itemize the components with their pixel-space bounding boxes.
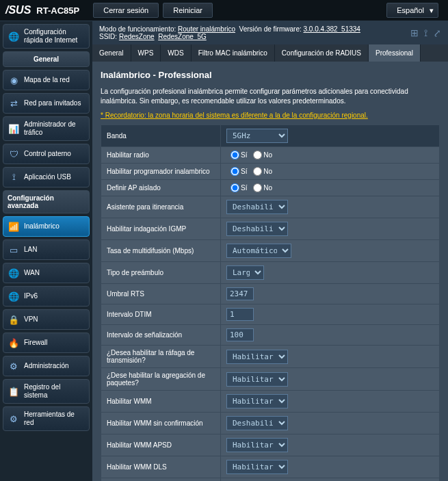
sidebar-icon: 📶	[8, 220, 20, 233]
sidebar-item-label: Red para invitados	[24, 99, 81, 107]
setting-select[interactable]: Habilitar	[226, 438, 288, 452]
sidebar-header-general: General	[3, 51, 90, 67]
setting-select[interactable]: Habilitar	[226, 372, 288, 387]
setting-label: Habilitar radio	[101, 147, 221, 164]
top-bar: /SUS RT-AC85P Cerrar sesión Reiniciar Es…	[0, 0, 448, 21]
sidebar-quick-setup[interactable]: 🌐 Configuración rápida de Internet	[3, 24, 90, 49]
setting-row: Habilitar WMMHabilitar	[101, 391, 440, 413]
tab[interactable]: Configuración de RADIUS	[275, 44, 369, 62]
setting-row: Intervalo de señalización	[101, 325, 440, 346]
setting-select[interactable]: Habilitar	[226, 460, 288, 474]
reboot-button[interactable]: Reiniciar	[163, 3, 213, 18]
mode-link[interactable]: Router inalámbrico	[178, 25, 235, 33]
share-icon[interactable]: ⤤	[433, 27, 441, 39]
setting-label: ¿Dese habilitar la agregación de paquete…	[101, 368, 221, 391]
sidebar-item[interactable]: 📶Inalámbrico	[3, 216, 90, 237]
setting-label: Asistente para itinerancia	[101, 196, 221, 218]
sidebar-item-label: Aplicación USB	[24, 173, 71, 181]
setting-label: Intervalo de señalización	[101, 325, 221, 346]
info-bar: Modo de funcionamiento: Router inalámbri…	[92, 21, 448, 44]
sidebar-item[interactable]: ⚙Herramientas de red	[3, 406, 90, 431]
sidebar-item-label: Administración	[24, 362, 69, 370]
setting-row: Habilitar indagación IGMPDeshabilitar	[101, 218, 440, 240]
logout-button[interactable]: Cerrar sesión	[93, 3, 159, 18]
sidebar-item-label: Registro del sistema	[24, 383, 85, 400]
setting-select[interactable]: Largo	[226, 265, 264, 280]
ssid2-link[interactable]: RedesZone_5G	[158, 33, 207, 40]
sidebar-item[interactable]: ◉Mapa de la red	[3, 70, 90, 90]
sidebar-item[interactable]: ▭LAN	[3, 239, 90, 260]
radio-no[interactable]	[253, 151, 262, 159]
tab[interactable]: Professional	[369, 44, 421, 62]
sidebar-item-label: Control paterno	[24, 150, 71, 158]
sidebar-icon: ⚙	[8, 413, 20, 425]
radio-yes[interactable]	[230, 167, 239, 176]
sidebar-item-label: Firewall	[24, 339, 47, 347]
setting-select[interactable]: 5GHz	[226, 129, 288, 143]
sidebar-item[interactable]: 🌐WAN	[3, 263, 90, 283]
setting-row: Asistente para itineranciaDeshabilitar	[101, 196, 440, 218]
language-select[interactable]: Español	[386, 3, 438, 18]
sidebar-item[interactable]: 🔒VPN	[3, 309, 90, 330]
radio-no[interactable]	[253, 167, 262, 176]
setting-row: Banda5GHz	[101, 125, 440, 147]
sidebar-icon: 🌐	[8, 290, 20, 302]
setting-input[interactable]	[226, 287, 254, 300]
sidebar-item[interactable]: ⇄Red para invitados	[3, 93, 90, 114]
setting-label: Intervalo DTIM	[101, 304, 221, 325]
setting-select[interactable]: Deshabilitar	[226, 416, 288, 430]
setting-label: Habilitar programador inalambrico	[101, 164, 221, 180]
sidebar-icon: 🔥	[8, 337, 20, 349]
setting-label: Tipo de preámbulo	[101, 262, 221, 284]
radio-yes[interactable]	[230, 183, 239, 192]
sidebar-item[interactable]: 📊Administrador de tráfico	[3, 116, 90, 141]
setting-label: Habilitar WMM APSD	[101, 434, 221, 456]
setting-select[interactable]: Deshabilitar	[226, 200, 288, 214]
tab[interactable]: Filtro MAC inalámbrico	[192, 44, 275, 62]
sidebar-item[interactable]: 🛡Control paterno	[3, 144, 90, 164]
app-icon[interactable]: ⊞	[410, 27, 419, 39]
setting-select[interactable]: Habilitar	[226, 394, 288, 408]
sidebar-item[interactable]: 🌐IPv6	[3, 286, 90, 307]
sidebar-item-label: Configuración rápida de Internet	[24, 28, 85, 44]
setting-select[interactable]: Automático	[226, 244, 291, 258]
radio-no[interactable]	[253, 183, 262, 192]
sidebar-item[interactable]: ⟟Aplicación USB	[3, 167, 90, 187]
setting-label: Umbral RTS	[101, 284, 221, 304]
sidebar-item[interactable]: 🔥Firewall	[3, 333, 90, 353]
setting-select[interactable]: Habilitar	[226, 350, 288, 364]
setting-label: Habilitar WMM	[101, 391, 221, 413]
setting-row: Multi-User MIMOHabilitar	[101, 478, 440, 482]
setting-row: Habilitar WMM DLSHabilitar	[101, 456, 440, 478]
setting-row: Intervalo DTIM	[101, 304, 440, 325]
sidebar-header-advanced: Configuración avanzada	[3, 190, 90, 213]
setting-input[interactable]	[226, 328, 254, 341]
setting-row: Tasa de multidifusión (Mbps)Automático	[101, 240, 440, 262]
setting-row: Habilitar WMM sin confirmaciónDeshabilit…	[101, 413, 440, 434]
sidebar: 🌐 Configuración rápida de Internet Gener…	[0, 21, 92, 481]
reminder-link[interactable]: * Recordatorio: la zona horaria del sist…	[101, 112, 440, 119]
sidebar-item-label: WAN	[24, 269, 40, 277]
tab[interactable]: General	[92, 44, 131, 62]
setting-label: Habilitar WMM sin confirmación	[101, 413, 221, 434]
sidebar-item[interactable]: 📋Registro del sistema	[3, 379, 90, 404]
setting-label: ¿Desea habilitar la ráfaga de transmisió…	[101, 346, 221, 368]
usb-icon[interactable]: ⟟	[424, 27, 427, 39]
ssid1-link[interactable]: RedesZone	[119, 33, 155, 40]
sidebar-item-label: VPN	[24, 315, 38, 324]
setting-row: ¿Desea habilitar la ráfaga de transmisió…	[101, 346, 440, 368]
setting-select[interactable]: Deshabilitar	[226, 222, 288, 236]
globe-icon: 🌐	[8, 30, 20, 42]
sidebar-item-label: Inalámbrico	[24, 222, 60, 231]
setting-label: Habilitar indagación IGMP	[101, 218, 221, 240]
setting-input[interactable]	[226, 308, 254, 321]
brand-logo: /SUS	[5, 4, 31, 16]
setting-row: Habilitar WMM APSDHabilitar	[101, 434, 440, 456]
firmware-link[interactable]: 3.0.0.4.382_51334	[304, 25, 360, 33]
tab[interactable]: WDS	[161, 44, 191, 62]
sidebar-item[interactable]: ⚙Administración	[3, 356, 90, 376]
setting-row: Tipo de preámbuloLargo	[101, 262, 440, 284]
tab[interactable]: WPS	[131, 44, 161, 62]
radio-yes[interactable]	[230, 151, 239, 159]
panel-description: La configuración profesional inalámbrica…	[101, 87, 440, 106]
